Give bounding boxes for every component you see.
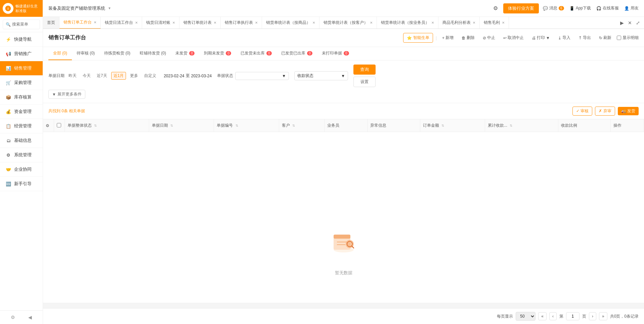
ship-icon: 🚚 [621,109,626,113]
collapse-sidebar-button[interactable]: ◀ [28,315,32,320]
page-number-input[interactable] [566,312,579,320]
sidebar-item-sales[interactable]: 📊 销售管理 [0,61,43,76]
th-checkbox[interactable] [54,119,65,132]
query-button[interactable]: 查询 [353,65,376,75]
tab-cash-daily[interactable]: 钱货日清工作台 ✕ [101,17,142,29]
system-settings-button[interactable]: ⚙ [492,4,499,13]
prev-page-button[interactable]: ‹ [549,312,557,320]
stop-button[interactable]: ⊘ 中止 [480,34,498,42]
th-status: 单据整体状态 ⇅ [65,119,149,132]
sidebar-item-operations[interactable]: 📋 经营管理 [0,119,43,133]
tab-sales-stats[interactable]: 销售订单统计表 ✕ [179,17,221,29]
show-detail-checkbox[interactable]: 显示明细 [617,35,639,41]
tab-home[interactable]: 首页 [43,17,59,29]
online-service-button[interactable]: 🎧 在线客服 [596,5,619,11]
sidebar-item-inventory[interactable]: 📦 库存核算 [0,90,43,105]
unaudit-button[interactable]: ✗ 弃审 [595,107,615,116]
delete-button[interactable]: 🗑 删除 [459,34,477,42]
sidebar-item-system[interactable]: ⚙ 系统管理 [0,148,43,162]
stop-icon: ⊘ [483,36,486,40]
app-download-button[interactable]: 📱 App下载 [569,5,591,11]
sidebar-item-finance[interactable]: 💰 资金管理 [0,105,43,119]
empty-state: 暂无数据 [43,198,644,303]
filter-tab-pending-inspect[interactable]: 待拣货检货 (0) [99,47,135,60]
filter-tab-wangpu[interactable]: 旺铺待发货 (0) [135,47,171,60]
sidebar-item-purchase[interactable]: 🛒 采购管理 [0,76,43,90]
tab-close-sales-exec[interactable]: ✕ [255,21,258,25]
cancel-stop-button[interactable]: ↩ 取消中止 [501,34,526,42]
sidebar-item-marketing[interactable]: 📢 营销推广 [0,47,43,61]
import-button[interactable]: ⤓ 导入 [555,34,573,42]
page-header: 销售订单工作台 ⭐ 智能生单 | + 新增 🗑 删除 ⊘ 中止 [43,29,644,47]
filter-tab-not-shipped[interactable]: 未发货 0 [171,47,199,60]
chevron-down-icon: ▼ [341,74,345,78]
tab-sales-revenue[interactable]: 销售毛利 ✕ [480,17,509,29]
tab-close-cash-reconcile[interactable]: ✕ [172,21,175,25]
th-settings[interactable]: ⚙ [43,119,54,132]
audit-button[interactable]: ✓ 审核 [572,107,592,116]
date-1month-button[interactable]: 近1月 [111,72,126,80]
filter-tab-overdue[interactable]: 到期未发货 0 [199,47,236,60]
tab-close-cash-daily[interactable]: ✕ [135,21,138,25]
tab-close-gross-profit[interactable]: ✕ [473,21,475,25]
date-custom-button[interactable]: 自定义 [142,72,158,79]
sidebar-item-enterprise[interactable]: 🤝 企业协同 [0,162,43,177]
ship-button[interactable]: 🚚 发货 [618,107,639,115]
megaphone-icon: 📢 [5,51,11,57]
tab-sales-summary-product[interactable]: 销货单统计表（按商品） ✕ [262,17,319,29]
sidebar-item-guide[interactable]: 🆕 新手引导 [0,177,43,191]
date-more-button[interactable]: 更多 [128,72,140,79]
tab-scroll-right-button[interactable]: ▶ [619,19,625,26]
sidebar-quick-nav[interactable]: ⚡ 快捷导航 [0,32,43,47]
table-scroll-container: ⚙ 单据整体状态 ⇅ 单据日期 ⇅ 单据编号 [43,119,644,198]
tab-sales-summary-staff[interactable]: 销货单统计表（按业务员） ✕ [377,17,438,29]
tab-close-sales-summary-staff[interactable]: ✕ [431,21,434,25]
tab-close-sales-summary-product[interactable]: ✕ [312,21,315,25]
tab-close-sales-summary-customer[interactable]: ✕ [370,21,373,25]
tab-sales-summary-customer[interactable]: 销货单统计表（按客户） ✕ [319,17,377,29]
cart-icon: 🛒 [5,80,11,86]
tab-cash-reconcile[interactable]: 钱货日清对账 ✕ [142,17,179,29]
tab-fullscreen-button[interactable]: ⤢ [635,19,641,26]
set-button[interactable]: 设置 [353,77,376,87]
tab-close-all-button[interactable]: ✕ [627,19,633,26]
tab-gross-profit[interactable]: 商品毛利分析表 ✕ [438,17,480,29]
next-page-button[interactable]: › [589,312,596,320]
sort-icon: ⇅ [292,124,295,127]
tab-close-sales-stats[interactable]: ✕ [214,21,216,25]
first-page-button[interactable]: « [538,312,547,320]
sidebar-item-basic[interactable]: 🗂 基础信息 [0,133,43,148]
trial-button[interactable]: 体验行业方案 [503,3,539,13]
filter-tab-pending-review[interactable]: 待审核 (0) [72,47,99,60]
horizontal-scrollbar[interactable] [43,303,644,308]
tab-sales-exec[interactable]: 销售订单执行表 ✕ [221,17,262,29]
filter-tab-all[interactable]: 全部 (0) [48,47,72,60]
tab-close-sales-revenue[interactable]: ✕ [502,21,505,25]
filter-tab-shipped-not-out[interactable]: 已发货未出库 0 [236,47,276,60]
new-button[interactable]: + 新增 [439,34,456,42]
filter-tab-not-printed[interactable]: 未打印单据 0 [317,47,354,60]
payment-status-filter: 收款状态 ▼ [294,71,348,80]
user-profile-button[interactable]: 👤 用友 [624,5,639,11]
tab-sales-workbench[interactable]: 销售订单工作台 ✕ [59,17,101,29]
search-menu-button[interactable]: 🔍 搜索菜单 [3,19,40,29]
per-page-select[interactable]: 10 20 50 100 [516,312,535,321]
expand-filters-button[interactable]: ▼ 展开更多条件 [48,90,85,99]
refresh-button[interactable]: ↻ 刷新 [596,34,614,42]
search-icon: 🔍 [6,22,11,27]
filter-tab-shipped-out[interactable]: 已发货已出库 0 [276,47,317,60]
date-7days-button[interactable]: 近7天 [95,72,109,79]
last-page-button[interactable]: » [599,312,607,320]
filter-actions: 查询 设置 [353,65,376,87]
print-button[interactable]: 🖨 打印 ▼ [529,34,553,42]
smart-generate-button[interactable]: ⭐ 智能生单 [403,33,433,43]
date-today-button[interactable]: 今天 [81,72,93,79]
date-yesterday-button[interactable]: 昨天 [67,72,79,79]
settings-bottom-button[interactable]: ⚙ [11,315,15,320]
export-button[interactable]: ⤒ 导出 [576,34,594,42]
payment-status-select[interactable]: 收款状态 ▼ [294,71,348,80]
status-select[interactable]: ▼ [235,72,289,80]
tab-close-sales-workbench[interactable]: ✕ [94,21,96,24]
sidebar-logo: 畅捷通好生意 标准版 [0,0,43,17]
message-button[interactable]: 💬 消息 6 [543,5,564,11]
